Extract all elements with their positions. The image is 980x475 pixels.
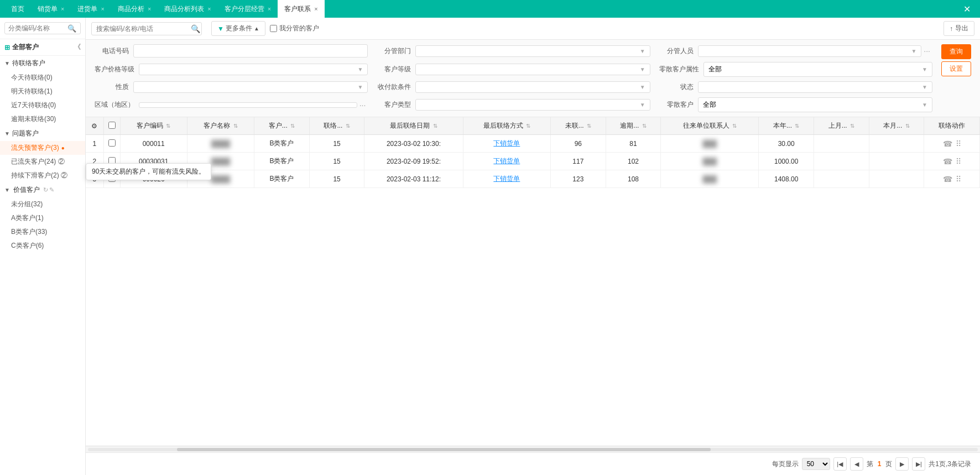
window-close-button[interactable]: ✕ [958,0,976,18]
row-last-month [814,135,869,153]
sidebar-item-7day-pending[interactable]: 近7天待联络(0) [0,98,85,112]
edit-value-icon[interactable]: ✎ [49,186,54,194]
nav-sales-close-icon[interactable]: × [61,6,64,12]
nav-home[interactable]: 首页 [4,0,31,18]
row-last-date: 2023-02-09 19:52: [364,153,463,170]
pagination-bar: 每页显示 50 20 100 |◀ ◀ 第 1 页 ▶ ▶| 共1页,3条记录 [86,452,980,475]
col-contact[interactable]: 联络... ⇅ [309,117,364,135]
row-this-month [869,153,924,170]
filter-status-select[interactable]: ▼ [698,81,932,93]
more-conditions-button[interactable]: ▼ 更多条件 ▲ [211,21,265,36]
col-last-method[interactable]: 最后联络方式 ⇅ [463,117,550,135]
filter-row-1: 电话号码 分管部门 ▼ 分管人员 ▼ [95,44,932,58]
col-last-date[interactable]: 最后联络日期 ⇅ [364,117,463,135]
filter-region-select[interactable] [139,102,357,108]
refresh-icon[interactable]: ↻ [43,186,48,194]
nav-product-analysis-close-icon[interactable]: × [148,6,151,12]
sidebar-item-class-c[interactable]: C类客户(6) [0,239,85,253]
region-dots-icon[interactable]: ··· [357,101,368,109]
nav-sales-order[interactable]: 销货单 × [31,0,71,18]
sidebar-item-class-b[interactable]: B类客户(33) [0,225,85,239]
sidebar-item-class-a[interactable]: A类客户(1) [0,211,85,225]
nav-product-analysis-list[interactable]: 商品分析列表 × [158,0,217,18]
sidebar-group-pending[interactable]: ▼ 待联络客户 [0,56,85,71]
row-contact-person: ███ [661,153,759,170]
page-size-select[interactable]: 50 20 100 [802,458,830,470]
customer-level-down-icon: ▼ [640,66,645,72]
col-checkbox[interactable] [103,117,120,135]
filter-retail-customer-select[interactable]: 全部 ▼ [698,97,932,112]
nav-customer-contact[interactable]: 客户联系 × [278,0,324,18]
nav-purchase-order[interactable]: 进货单 × [71,0,111,18]
col-code[interactable]: 客户编码 ⇅ [120,117,187,135]
filter-search-input[interactable] [91,22,202,35]
sidebar-item-today-pending[interactable]: 今天待联络(0) [0,71,85,85]
horizontal-scrollbar[interactable] [86,446,980,452]
filter-customer-level-select[interactable]: ▼ [415,64,650,75]
my-customers-checkbox-label[interactable]: 我分管的客户 [270,24,319,33]
col-settings[interactable]: ⚙ [86,117,103,135]
filter-payment: 收付款条件 ▼ [377,81,650,93]
row-last-method[interactable]: 下销货单 [463,135,550,153]
sidebar-item-churn-warning[interactable]: 流失预警客户(3) ● [0,141,85,155]
last-page-button[interactable]: ▶| [912,457,925,471]
action-contact-icon[interactable]: ☎ [943,175,952,184]
col-contact-person[interactable]: 往来单位联系人 ⇅ [661,117,759,135]
filter-dept-select[interactable]: ▼ [415,45,650,57]
sidebar-item-churned[interactable]: 已流失客户(24) ② [0,155,85,169]
select-all-checkbox[interactable] [108,122,116,129]
col-customer-type[interactable]: 客户... ⇅ [254,117,310,135]
row-last-method[interactable]: 下销货单 [463,153,550,170]
nav-customer-tier-close-icon[interactable]: × [268,6,271,12]
col-this-month[interactable]: 本月... ⇅ [869,117,924,135]
filter-phone-input[interactable] [133,44,368,58]
col-name[interactable]: 客户名称 ⇅ [187,117,254,135]
filter-action-buttons: 查询 设置 [941,44,971,112]
row-last-method[interactable]: 下销货单 [463,170,550,188]
sidebar-item-declining[interactable]: 持续下滑客户(2) ② [0,169,85,182]
sidebar-item-overdue-pending[interactable]: 逾期未联络(30) [0,112,85,126]
col-overdue[interactable]: 逾期... ⇅ [606,117,661,135]
sidebar-item-tomorrow-pending[interactable]: 明天待联络(1) [0,85,85,98]
last-month-sort-icon: ⇅ [850,123,854,129]
my-customers-checkbox[interactable] [270,25,277,32]
filter-payment-select[interactable]: ▼ [415,81,650,93]
action-more-icon[interactable]: ⠿ [956,157,961,166]
row-checkbox[interactable] [103,135,120,153]
col-this-year[interactable]: 本年... ⇅ [759,117,814,135]
sidebar-collapse-icon[interactable]: 《 [74,43,81,52]
nav-customer-tier[interactable]: 客户分层经营 × [218,0,278,18]
settings-button[interactable]: 设置 [941,61,971,76]
col-uncontacted[interactable]: 未联... ⇅ [551,117,606,135]
sidebar-item-ungrouped[interactable]: 未分组(32) [0,197,85,211]
filter-price-level-select[interactable]: ▼ [139,64,368,75]
scrollbar-thumb[interactable] [177,448,711,451]
type-sort-icon: ⇅ [290,123,295,129]
action-contact-icon[interactable]: ☎ [943,157,952,166]
row-this-year: 1408.00 [759,170,814,188]
nav-product-list-close-icon[interactable]: × [207,6,211,12]
action-contact-icon[interactable]: ☎ [943,139,952,148]
filter-person-select[interactable]: ▼ [698,45,922,57]
col-last-month[interactable]: 上月... ⇅ [814,117,869,135]
person-dots-icon[interactable]: ··· [921,46,932,55]
filter-customer-type-select[interactable]: ▼ [415,99,650,111]
action-more-icon[interactable]: ⠿ [956,175,961,184]
filter-nature-select[interactable]: ▼ [133,81,368,93]
sidebar-group-problem[interactable]: ▼ 问题客户 [0,126,85,141]
export-button[interactable]: ↑ 导出 [943,21,974,36]
filter-retail-attr-select[interactable]: 全部 ▼ [703,62,932,77]
filter-nature: 性质 ▼ [95,81,368,93]
nav-product-analysis[interactable]: 商品分析 × [111,0,158,18]
sidebar-group-value[interactable]: ▼ 价值客户 ↻ ✎ [0,182,85,197]
this-month-sort-icon: ⇅ [905,123,910,129]
nav-purchase-close-icon[interactable]: × [101,6,104,12]
next-page-button[interactable]: ▶ [895,457,909,471]
query-button[interactable]: 查询 [941,44,971,59]
action-more-icon[interactable]: ⠿ [956,139,961,148]
filter-row-4: 区域（地区） ··· 客户类型 ▼ 零散客户 [95,97,932,112]
nav-customer-contact-close-icon[interactable]: × [314,6,317,12]
prev-page-button[interactable]: ◀ [850,457,863,471]
sidebar-all-customers[interactable]: ⊞ 全部客户 《 [0,39,85,56]
first-page-button[interactable]: |◀ [833,457,847,471]
